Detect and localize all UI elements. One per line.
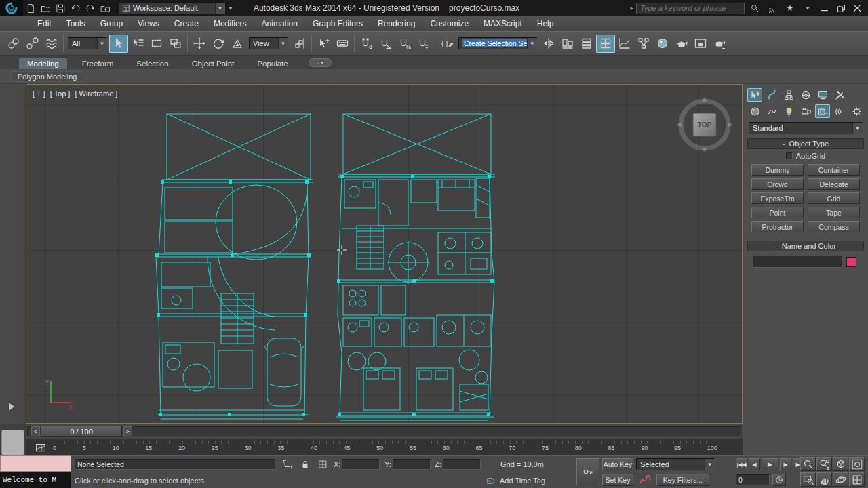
graphite-ribbon-toggle-button[interactable] [596,35,615,53]
viewport-layout-tab-strip[interactable] [0,84,26,424]
floor-plan-right[interactable] [336,112,496,422]
menu-help[interactable]: Help [530,16,561,31]
y-coordinate-field[interactable] [393,459,431,470]
menu-maxscript[interactable]: MAXScript [476,16,530,31]
select-and-move-button[interactable] [190,35,209,53]
next-frame-nudge-button[interactable]: > [123,426,132,436]
modify-tab[interactable] [764,88,779,102]
time-tag-button[interactable] [483,474,499,487]
utilities-tab[interactable] [832,88,847,102]
key-selection-dropdown[interactable]: Selected▼ [636,458,715,470]
z-coordinate-field[interactable] [443,459,481,470]
communication-center-button[interactable] [765,1,780,15]
snap-toggle-3d-button[interactable]: 3 [357,35,376,53]
hierarchy-tab[interactable] [781,88,796,102]
select-and-rotate-button[interactable] [209,35,228,53]
helpers-category[interactable] [815,104,830,118]
lights-category[interactable] [781,104,796,118]
maxscript-mini-listener[interactable]: Welcome to M [0,472,71,488]
unlink-selection-button[interactable] [23,35,42,53]
tape-button[interactable]: Tape [808,207,860,218]
zoom-all-button[interactable] [816,457,832,471]
viewcube[interactable]: TOP [675,96,734,154]
key-filters-button[interactable]: Key Filters... [656,474,709,486]
rendered-frame-window-button[interactable] [691,35,710,53]
select-object-button[interactable] [109,35,128,53]
delegate-button[interactable]: Delegate [808,178,860,190]
percent-snap-toggle-button[interactable]: % [395,35,414,53]
ribbon-tab-object-paint[interactable]: Object Paint [184,58,243,69]
workspace-dropdown[interactable]: Workspace: Default ▼ [118,2,225,14]
undo-button[interactable] [68,1,83,15]
edit-named-selection-sets-button[interactable]: { } [437,35,456,53]
cameras-category[interactable] [798,104,813,118]
search-input[interactable] [636,3,745,14]
viewport-top[interactable]: [ + ] [ Top ] [ Wireframe ] TOP [26,84,743,424]
reference-coordinate-system-dropdown[interactable]: View▼ [249,37,288,49]
ribbon-tab-modeling[interactable]: Modeling [19,58,67,69]
open-file-button[interactable] [38,1,53,15]
time-slider-track[interactable] [27,426,741,436]
previous-frame-nudge-button[interactable]: < [31,426,40,436]
select-and-manipulate-button[interactable] [314,35,333,53]
redo-button[interactable] [83,1,98,15]
restore-button[interactable] [834,2,848,14]
application-menu-button[interactable] [0,0,23,16]
mirror-button[interactable] [539,35,558,53]
exposetm-button[interactable]: ExposeTm [751,192,804,204]
systems-category[interactable] [849,104,864,118]
viewport-layout-arrow-icon[interactable] [9,403,14,411]
isolate-selection-button[interactable] [279,458,296,470]
zoom-extents-all-button[interactable] [849,457,865,471]
motion-tab[interactable] [798,88,813,102]
viewport-pov-menu[interactable]: [ Top ] [50,89,71,98]
object-type-rollout-header[interactable]: - Object Type [747,138,864,149]
favorites-button[interactable]: ★ [783,1,797,15]
infocenter-search-button[interactable] [747,1,762,15]
orbit-button[interactable] [833,472,848,487]
bind-to-space-warp-button[interactable] [42,35,61,53]
selection-lock-button[interactable] [297,458,313,470]
set-key-button[interactable]: Set Key [602,474,633,486]
zoom-region-button[interactable] [800,472,816,487]
rectangular-selection-region-button[interactable] [147,35,166,53]
ribbon-tab-selection[interactable]: Selection [128,58,176,69]
previous-frame-button[interactable]: ◀ [749,458,760,470]
viewport-general-menu[interactable]: [ + ] [33,89,45,98]
time-slider-handle[interactable]: 0 / 100 [41,426,122,437]
go-to-start-button[interactable]: |◀◀ [736,458,747,470]
menu-views[interactable]: Views [130,16,167,31]
infocenter-flyout-button[interactable]: ▾ [800,1,815,15]
absolute-offset-mode-button[interactable] [315,458,331,470]
align-button[interactable] [558,35,577,53]
menu-modifiers[interactable]: Modifiers [206,16,254,31]
open-mini-curve-editor-button[interactable] [30,441,52,454]
use-pivot-point-center-button[interactable] [290,35,309,53]
window-crossing-toggle-button[interactable] [166,35,185,53]
named-selection-combo[interactable]: Create Selection Se▼ [458,37,537,49]
container-button[interactable]: Container [808,164,860,176]
ribbon-panel-polygon-modeling[interactable]: Polygon Modeling [11,71,83,82]
viewcube-top-face[interactable]: TOP [698,121,712,129]
set-key-filters-curve-button[interactable] [636,474,655,486]
create-tab[interactable] [747,88,762,102]
next-frame-button[interactable]: ▶ [780,458,791,470]
object-name-field[interactable] [753,256,842,268]
menu-rendering[interactable]: Rendering [370,16,422,31]
select-by-name-button[interactable] [128,35,147,53]
render-setup-button[interactable] [672,35,691,53]
menu-animation[interactable]: Animation [254,16,305,31]
save-file-button[interactable] [53,1,68,15]
space-warps-category[interactable] [832,104,847,118]
menu-group[interactable]: Group [93,16,130,31]
menu-create[interactable]: Create [167,16,206,31]
new-scene-button[interactable] [23,1,38,15]
viewport-shading-menu[interactable]: [ Wireframe ] [75,89,117,98]
search-expand-icon[interactable]: ▸ [630,5,633,12]
angle-snap-toggle-button[interactable] [376,35,395,53]
corner-button[interactable] [1,430,24,455]
material-editor-button[interactable] [653,35,672,53]
play-animation-button[interactable]: ▶ [762,458,778,470]
ribbon-tab-freeform[interactable]: Freeform [74,58,122,69]
select-and-scale-button[interactable] [228,35,247,53]
